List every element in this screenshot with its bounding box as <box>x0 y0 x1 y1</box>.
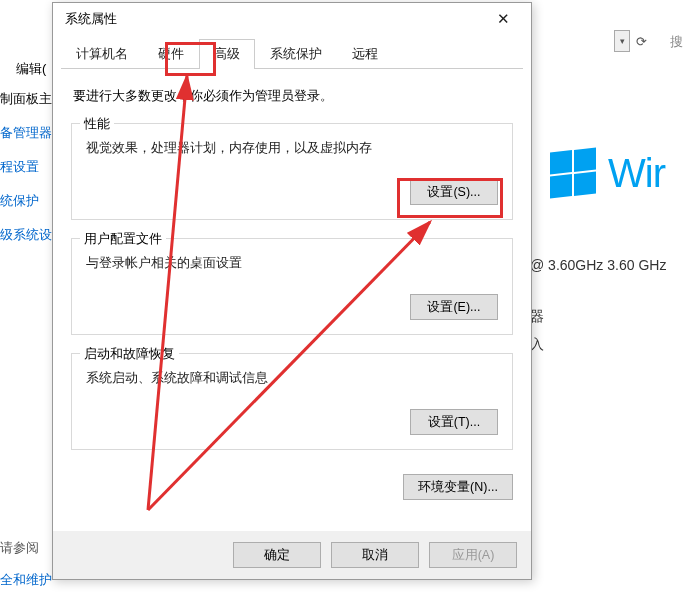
left-sidebar: 制面板主页 备管理器 程设置 统保护 级系统设置 <box>0 90 55 260</box>
desc-performance: 视觉效果，处理器计划，内存使用，以及虚拟内存 <box>86 140 498 157</box>
system-properties-dialog: 系统属性 ✕ 计算机名 硬件 高级 系统保护 远程 要进行大多数更改，你必须作为… <box>52 2 532 580</box>
label-ram: 器 <box>530 308 544 326</box>
windows-logo: Wir <box>550 150 665 196</box>
legend-startup-recovery: 启动和故障恢复 <box>80 345 179 363</box>
env-vars-row: 环境变量(N)... <box>53 474 531 508</box>
sidebar-advanced-settings[interactable]: 级系统设置 <box>0 226 55 244</box>
see-also-security[interactable]: 全和维护 <box>0 571 52 589</box>
close-icon[interactable]: ✕ <box>483 5 523 33</box>
settings-startup-recovery-button[interactable]: 设置(T)... <box>410 409 498 435</box>
dialog-tabs: 计算机名 硬件 高级 系统保护 远程 <box>61 39 523 69</box>
cpu-frequency: @ 3.60GHz 3.60 GHz <box>530 257 666 273</box>
group-startup-recovery: 启动和故障恢复 系统启动、系统故障和调试信息 设置(T)... <box>71 353 513 450</box>
tab-system-protection[interactable]: 系统保护 <box>255 39 337 69</box>
tab-computer-name[interactable]: 计算机名 <box>61 39 143 69</box>
legend-user-profiles: 用户配置文件 <box>80 230 166 248</box>
desc-startup-recovery: 系统启动、系统故障和调试信息 <box>86 370 498 387</box>
sidebar-remote-settings[interactable]: 程设置 <box>0 158 55 176</box>
settings-user-profiles-button[interactable]: 设置(E)... <box>410 294 498 320</box>
environment-variables-button[interactable]: 环境变量(N)... <box>403 474 513 500</box>
group-performance: 性能 视觉效果，处理器计划，内存使用，以及虚拟内存 设置(S)... <box>71 123 513 220</box>
dialog-body: 要进行大多数更改，你必须作为管理员登录。 性能 视觉效果，处理器计划，内存使用，… <box>53 69 531 474</box>
legend-performance: 性能 <box>80 115 114 133</box>
sidebar-device-manager[interactable]: 备管理器 <box>0 124 55 142</box>
see-also-section: 请参阅 全和维护 <box>0 525 52 589</box>
right-info-pane: Wir @ 3.60GHz 3.60 GHz 器 入 <box>530 0 685 599</box>
dialog-footer: 确定 取消 应用(A) <box>53 531 531 579</box>
tab-advanced[interactable]: 高级 <box>199 39 255 69</box>
ok-button[interactable]: 确定 <box>233 542 321 568</box>
admin-notice: 要进行大多数更改，你必须作为管理员登录。 <box>73 87 513 105</box>
tab-hardware[interactable]: 硬件 <box>143 39 199 69</box>
desc-user-profiles: 与登录帐户相关的桌面设置 <box>86 255 498 272</box>
menu-edit[interactable]: 编辑( <box>16 60 46 78</box>
sidebar-system-protection[interactable]: 统保护 <box>0 192 55 210</box>
dialog-titlebar: 系统属性 ✕ <box>53 3 531 35</box>
windows-logo-icon <box>550 148 596 199</box>
sidebar-home[interactable]: 制面板主页 <box>0 90 55 108</box>
see-also-header: 请参阅 <box>0 539 52 557</box>
dialog-title: 系统属性 <box>65 10 483 28</box>
group-user-profiles: 用户配置文件 与登录帐户相关的桌面设置 设置(E)... <box>71 238 513 335</box>
cancel-button[interactable]: 取消 <box>331 542 419 568</box>
label-input: 入 <box>530 336 544 354</box>
apply-button[interactable]: 应用(A) <box>429 542 517 568</box>
settings-performance-button[interactable]: 设置(S)... <box>410 179 498 205</box>
tab-remote[interactable]: 远程 <box>337 39 393 69</box>
windows-logo-text: Wir <box>608 151 665 196</box>
